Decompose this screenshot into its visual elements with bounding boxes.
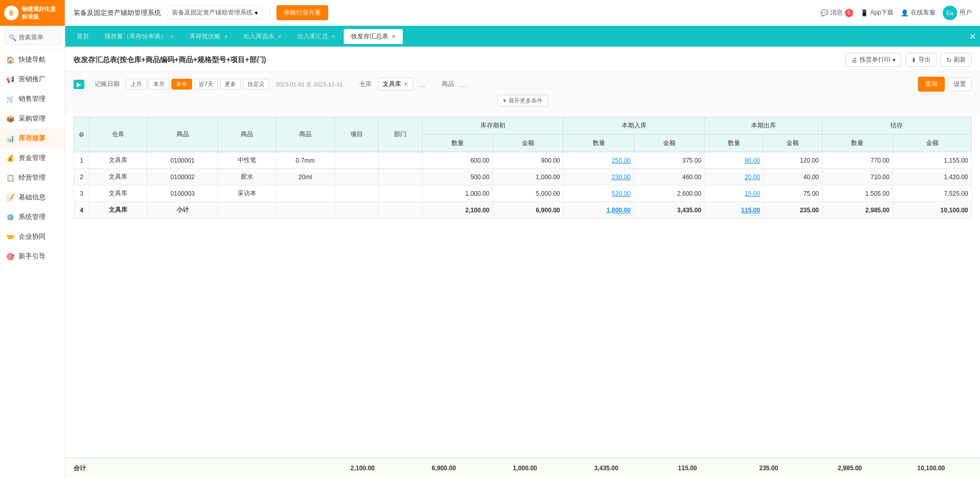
date-btn-last-month[interactable]: 上月 — [126, 79, 147, 90]
message-badge: 6 — [845, 9, 853, 17]
system-icon: ⚙️ — [6, 213, 14, 221]
cell-in-qty[interactable]: 230.00 — [563, 169, 634, 185]
sidebar-item-purchase[interactable]: 📦 采购管理 — [0, 109, 65, 128]
cell-in-qty[interactable]: 520.00 — [563, 185, 634, 202]
operation-icon: 📋 — [6, 173, 14, 182]
sidebar-search-area: 🔍 搜索菜单 — [0, 26, 65, 50]
cell-warehouse: 文具库 — [90, 169, 148, 185]
tab-receive-send-summary[interactable]: 收发存汇总表 ✕ — [344, 29, 403, 44]
page-title: 收发存汇总表(按仓库+商品编码+商品+规格型号+项目+部门) — [74, 55, 266, 65]
cell-no: 1 — [74, 152, 90, 169]
date-btn-more[interactable]: 更多 — [220, 79, 241, 90]
sidebar-item-sales[interactable]: 🛒 销售管理 — [0, 89, 65, 109]
tab-inventory-distribution[interactable]: 现存量（库存分布表） ✕ — [97, 29, 181, 44]
sidebar-item-finance[interactable]: 💰 资金管理 — [0, 148, 65, 168]
cell-bal-qty: 2,985.00 — [822, 202, 893, 219]
warehouse-tag-close[interactable]: ✕ — [403, 81, 408, 88]
tab-close-icon[interactable]: ✕ — [331, 34, 335, 39]
collapse-button[interactable]: ▶ — [74, 80, 84, 89]
query-button[interactable]: 查询 — [918, 77, 945, 92]
tab-inout-flow[interactable]: 出入库流水 ✕ — [236, 29, 289, 44]
col-out-amt: 金额 — [764, 135, 823, 152]
cell-out-qty[interactable]: 15.00 — [705, 185, 764, 202]
user-menu[interactable]: Ea 用户 — [943, 6, 972, 20]
col-group-bal: 结存 — [822, 117, 971, 135]
tab-close-icon[interactable]: ✕ — [391, 34, 396, 39]
sidebar-item-operation[interactable]: 📋 经营管理 — [0, 168, 65, 187]
tab-inout-summary[interactable]: 出入库汇总 ✕ — [290, 29, 343, 44]
tab-close-icon[interactable]: ✕ — [224, 34, 228, 39]
inventory-icon: 📊 — [6, 134, 14, 142]
tab-home[interactable]: 首页 — [69, 29, 96, 44]
cell-project — [334, 152, 378, 169]
date-label: 记账日期 — [95, 80, 120, 89]
footer-init-amt: 6,900.00 — [403, 465, 485, 472]
warehouse-label: 仓库 — [359, 80, 372, 89]
col-settings[interactable]: ⚙ — [74, 117, 90, 152]
table-row: 1 文具库 0100001 中性笔 0.7mm 600.00 900.00 25… — [74, 152, 972, 169]
filter-row-expand: ▾ 展开更多条件 — [74, 95, 972, 107]
subtotal-row: 4 文具库 小计 2,100.00 6,900.00 1,000.00 3,43… — [74, 202, 972, 219]
total-label: 合计 — [74, 464, 322, 473]
basic-info-icon: 📝 — [6, 193, 14, 201]
sidebar-item-basic-info[interactable]: 📝 基础信息 — [0, 187, 65, 207]
header-right: 💬 消息 6 📱 App下载 👤 在线客服 Ea 用户 — [821, 6, 972, 20]
expand-conditions-button[interactable]: ▾ 展开更多条件 — [498, 95, 548, 107]
goods-ellipsis[interactable]: ... — [460, 80, 466, 89]
print-button[interactable]: 🖨 拣货单打印 ▾ — [845, 53, 901, 67]
print-icon: 🖨 — [851, 56, 857, 64]
tab-close-icon[interactable]: ✕ — [277, 34, 282, 39]
cell-in-qty[interactable]: 250.00 — [563, 152, 634, 169]
col-bal-qty: 数量 — [822, 135, 893, 152]
settings-icon[interactable]: ⚙ — [79, 131, 84, 138]
logo-icon: 6 — [4, 6, 19, 20]
date-btn-7days[interactable]: 近7天 — [194, 79, 218, 90]
online-support-button[interactable]: 👤 在线客服 — [901, 8, 935, 17]
cell-in-amt: 2,600.00 — [634, 185, 705, 202]
tab-close-icon[interactable]: ✕ — [170, 34, 174, 39]
table-row: 3 文具库 0100003 采访本 1,000.00 5,000.00 520.… — [74, 185, 972, 202]
cell-init-amt: 5,000.00 — [493, 185, 563, 202]
sidebar-item-guide[interactable]: 🎯 新手引导 — [0, 247, 65, 266]
date-btn-this-month[interactable]: 本月 — [149, 79, 169, 90]
trial-button[interactable]: 体验行业方案 — [276, 5, 328, 20]
cell-empty — [218, 202, 276, 219]
cell-out-qty[interactable]: 80.00 — [705, 152, 764, 169]
tab-bar: 首页 现存量（库存分布表） ✕ 库存批次账 ✕ 出入库流水 ✕ 出入库汇总 ✕ … — [65, 26, 980, 47]
cell-spec: 0.7mm — [276, 152, 335, 169]
cell-out-amt: 120.00 — [764, 152, 823, 169]
tab-bar-close-button[interactable]: ✕ — [969, 32, 976, 41]
cell-out-qty[interactable]: 20.00 — [705, 169, 764, 185]
date-btn-this-year[interactable]: 本年 — [171, 79, 192, 90]
message-icon: 💬 — [821, 9, 828, 17]
sidebar-logo: 6 畅捷通好生意 标准版 — [0, 0, 65, 26]
sidebar-item-inventory[interactable]: 📊 库存核算 — [0, 128, 65, 148]
warehouse-ellipsis[interactable]: ... — [419, 80, 426, 89]
cell-out-qty[interactable]: 115.00 — [705, 202, 764, 219]
export-button[interactable]: ⬇ 导出 — [905, 53, 937, 67]
cell-code: 0100002 — [147, 169, 217, 185]
cell-in-qty[interactable]: 1,000.00 — [563, 202, 634, 219]
sidebar-item-enterprise[interactable]: 🤝 企业协同 — [0, 227, 65, 247]
cell-out-amt: 75.00 — [764, 185, 823, 202]
refresh-button[interactable]: ↻ 刷新 — [941, 53, 972, 67]
settings-button[interactable]: 设置 — [948, 77, 972, 91]
tab-batch-ledger[interactable]: 库存批次账 ✕ — [182, 29, 235, 44]
search-menu-button[interactable]: 🔍 搜索菜单 — [4, 30, 61, 45]
app-download-button[interactable]: 📱 App下载 — [860, 8, 894, 17]
cell-empty — [276, 202, 335, 219]
sidebar-item-marketing[interactable]: 📢 营销推广 — [0, 69, 65, 89]
cell-bal-qty: 1,505.00 — [822, 185, 893, 202]
col-in-amt: 金额 — [634, 135, 705, 152]
col-group-init: 库存期初 — [422, 117, 563, 135]
cell-bal-amt: 1,155.00 — [893, 152, 972, 169]
system-select[interactable]: 装备及固定资产辅助管理系统 ▾ — [167, 6, 262, 20]
col-init-qty: 数量 — [422, 135, 492, 152]
cell-empty — [334, 202, 378, 219]
sidebar-item-quick-nav[interactable]: 🏠 快捷导航 — [0, 50, 65, 69]
message-button[interactable]: 💬 消息 6 — [821, 8, 853, 17]
sidebar-item-system[interactable]: ⚙️ 系统管理 — [0, 207, 65, 227]
footer-bal-amt: 10,100.00 — [890, 465, 972, 472]
col-code: 商品 — [147, 117, 217, 152]
date-btn-custom[interactable]: 自定义 — [243, 79, 269, 90]
